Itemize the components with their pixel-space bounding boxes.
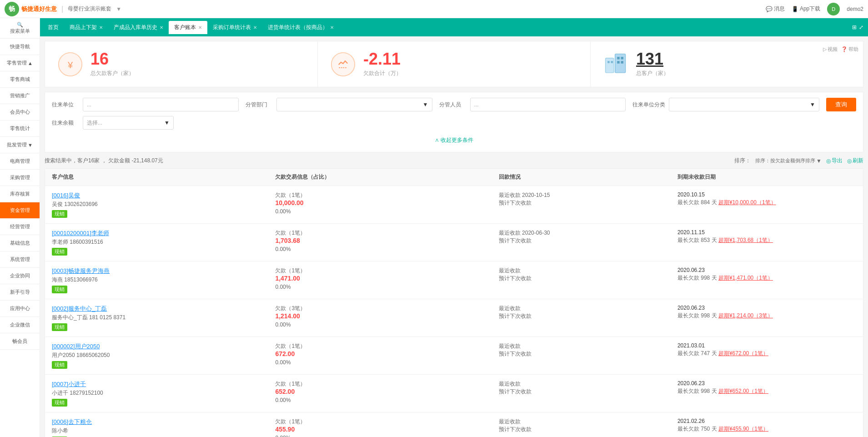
tab-customer-account[interactable]: 客户账本 ✕ [169, 21, 207, 34]
manager-label: 分管人员 [439, 101, 467, 109]
app-download-btn[interactable]: 📱 App下载 [792, 5, 820, 13]
tab-purchase-order[interactable]: 采购订单统计表 ✕ [207, 21, 262, 34]
sidebar-item-finance[interactable]: 资金管理 [0, 202, 40, 219]
export-btn[interactable]: ◎ 导出 [826, 157, 843, 165]
sort-select[interactable]: 排序：按欠款金额倒序排序 ▼ [755, 157, 822, 164]
due-date: 2020.10.15 [677, 191, 856, 198]
due-date: 2021.03.01 [677, 342, 856, 349]
message-btn[interactable]: 💬 消息 [766, 5, 785, 13]
video-icon: ▷ [823, 46, 827, 52]
overdue-link[interactable]: 超期¥1,703.68（1笔） [718, 237, 773, 243]
stat-info-debt-customers: 16 总欠款客户（家） [90, 51, 306, 77]
last-collect: 最近收款 2020-10-15 [499, 191, 677, 199]
last-collect: 最近收款 2020-06-30 [499, 229, 677, 237]
cell-collection: 最近收款 预计下次收款 [499, 342, 677, 358]
sidebar-item-member-plus[interactable]: 畅会员 [0, 333, 40, 350]
customer-name[interactable]: [0007]小进千 [52, 380, 275, 388]
tab-prod-history-close[interactable]: ✕ [160, 25, 163, 30]
user-avatar[interactable]: D [827, 3, 840, 15]
sidebar-item-corp-wechat[interactable]: 企业微信 [0, 317, 40, 333]
collapse-btn[interactable]: ∧ 收起更多条件 [52, 134, 856, 146]
manager-input[interactable]: ... [470, 98, 626, 111]
dept-input[interactable]: ▼ [276, 98, 432, 111]
sidebar-item-quick-nav[interactable]: 快捷导航 [0, 39, 40, 55]
table-row: [0007]小进千 小进千 18279152100 现销 欠款（1笔） 652.… [45, 375, 863, 412]
tab-products-off[interactable]: 商品上下架 ✕ [64, 21, 108, 34]
result-separator: ， [101, 157, 107, 164]
overdue-link[interactable]: 超期¥10,000.00（1笔） [718, 199, 776, 206]
due-date: 2020.06.23 [677, 305, 856, 311]
customer-name[interactable]: [0006]去下粮仓 [52, 418, 275, 426]
sidebar-item-purchase[interactable]: 采购管理 [0, 170, 40, 186]
cell-customer-info: [0016]吴俊 吴俊 13026203696 现销 [52, 191, 275, 218]
sidebar-item-inventory[interactable]: 库存核算 [0, 186, 40, 202]
customer-name[interactable]: [0016]吴俊 [52, 191, 275, 200]
cell-collection: 最近收款 2020-10-15 预计下次收款 [499, 191, 677, 207]
video-btn[interactable]: ▷ 视频 [823, 46, 838, 53]
source-unit-input[interactable]: ... [83, 98, 239, 111]
balance-input[interactable]: 选择... ▼ [83, 116, 174, 130]
sidebar-item-member[interactable]: 会员中心 [0, 104, 40, 121]
sidebar-item-sys[interactable]: 系统管理 [0, 251, 40, 268]
filter-unit-category: 往来单位分类 ▼ [632, 98, 819, 111]
purchase-label: 采购管理 [10, 175, 30, 180]
source-unit-label: 往来单位 [52, 101, 79, 109]
sidebar-item-retail-stats[interactable]: 零售统计 [0, 121, 40, 137]
overdue-link[interactable]: 超期¥1,471.00（1笔） [718, 275, 773, 281]
tab-expand-icon[interactable]: ⊞ [852, 24, 857, 30]
debt-amount: 652.00 [275, 388, 498, 395]
debt-customers-icon: ¥ [56, 50, 84, 78]
batch-mgmt-label: 批发管理 [7, 141, 27, 148]
customer-name[interactable]: [000002]用户2050 [52, 342, 275, 351]
table-row: [0016]吴俊 吴俊 13026203696 现销 欠款（1笔） 10,000… [45, 186, 863, 224]
sidebar-search[interactable]: 🔍 搜索菜单 [0, 18, 40, 39]
help-label: 帮助 [848, 46, 858, 53]
sidebar-item-batch-mgmt[interactable]: 批发管理 ▼ [0, 137, 40, 153]
tab-inbound-stats[interactable]: 进货单统计表（按商品） ✕ [262, 21, 339, 34]
overdue-link[interactable]: 超期¥1,214.00（3笔） [718, 312, 773, 319]
tab-customer-account-close[interactable]: ✕ [198, 25, 202, 30]
overdue-link[interactable]: 超期¥672.00（1笔） [718, 350, 768, 357]
sidebar-item-ecom[interactable]: 电商管理 [0, 153, 40, 170]
help-btn[interactable]: ❓ 帮助 [841, 46, 858, 53]
retail-mgmt-label: 零售管理 [7, 60, 27, 66]
query-btn[interactable]: 查询 [826, 98, 856, 111]
table-row: [000002]用户2050 用户2050 18665062050 现销 欠款（… [45, 337, 863, 375]
tab-products-off-label: 商品上下架 [70, 24, 97, 31]
tab-prod-history[interactable]: 产成品入库单历史 ✕ [108, 21, 169, 34]
customer-name[interactable]: [00010200001]李老师 [52, 229, 275, 237]
tab-purchase-order-close[interactable]: ✕ [253, 25, 257, 30]
sidebar-item-new-guide[interactable]: 新手引导 [0, 284, 40, 301]
last-collect: 最近收款 [499, 267, 677, 275]
store-dropdown-icon[interactable]: ▼ [116, 6, 121, 12]
sidebar-item-marketing[interactable]: 营销推广 [0, 88, 40, 104]
sys-label: 系统管理 [10, 256, 30, 262]
new-guide-label: 新手引导 [10, 289, 30, 295]
sidebar-item-retail-mgmt[interactable]: 零售管理 ▲ [0, 55, 40, 71]
tab-home[interactable]: 首页 [42, 21, 64, 34]
refresh-btn[interactable]: ◎ 刷新 [847, 157, 863, 165]
overdue-link[interactable]: 超期¥455.90（1笔） [718, 426, 768, 432]
header-debt: 欠款交易信息（占比） [275, 173, 498, 181]
unit-category-input[interactable]: ▼ [669, 98, 819, 111]
tab-home-label: 首页 [48, 24, 59, 31]
debt-count: 欠款（1笔） [275, 229, 498, 237]
overdue-link[interactable]: 超期¥652.00（1笔） [718, 388, 768, 394]
tab-fullscreen-icon[interactable]: ⤢ [859, 24, 863, 30]
sort-dropdown-icon: ▼ [816, 158, 822, 164]
customer-tag: 现销 [52, 323, 67, 331]
overdue-days: 最长欠款 884 天 超期¥10,000.00（1笔） [677, 199, 856, 206]
sidebar-item-enterprise[interactable]: 企业协同 [0, 268, 40, 284]
customer-name[interactable]: [0002]服务中心_丁磊 [52, 305, 275, 313]
tab-inbound-stats-close[interactable]: ✕ [330, 25, 334, 30]
sort-value: 排序：按欠款金额倒序排序 [755, 157, 815, 164]
sidebar-item-basic[interactable]: 基础信息 [0, 235, 40, 251]
customer-name[interactable]: [0003]畅捷服务尹海燕 [52, 267, 275, 275]
cell-debt-info: 欠款（1笔） 10,000.00 0.00% [275, 191, 498, 215]
sidebar-item-ops[interactable]: 经营管理 [0, 219, 40, 235]
tab-products-off-close[interactable]: ✕ [99, 25, 103, 30]
debt-percent: 0.00% [275, 321, 498, 328]
sidebar-item-app-center[interactable]: 应用中心 [0, 301, 40, 317]
sidebar-item-retail-mall[interactable]: 零售商城 [0, 71, 40, 88]
store-name: 母婴行业演示账套 [68, 5, 111, 13]
